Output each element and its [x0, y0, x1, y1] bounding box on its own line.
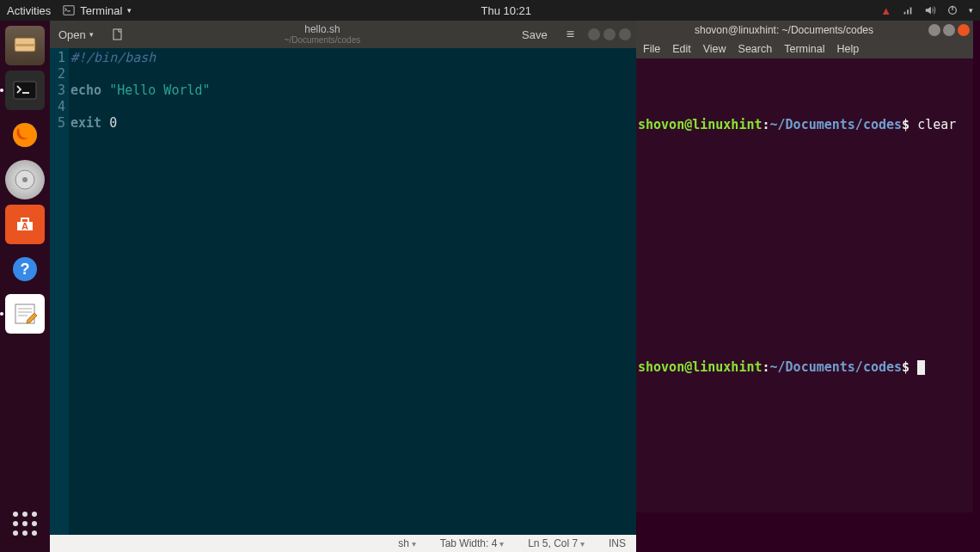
svg-rect-5 — [14, 82, 36, 99]
open-button[interactable]: Open▾ — [50, 28, 102, 41]
dock-files[interactable] — [5, 26, 45, 65]
menu-search[interactable]: Search — [738, 43, 773, 55]
minimize-button[interactable] — [588, 28, 600, 40]
new-file-button[interactable] — [102, 28, 133, 41]
gedit-window: Open▾ hello.sh ~/Documents/codes Save ≡ … — [50, 21, 636, 552]
svg-rect-16 — [113, 29, 121, 40]
svg-rect-0 — [64, 6, 74, 15]
editor-area[interactable]: 12345 #!/bin/bash echo "Hello World" exi… — [50, 48, 636, 535]
dock-firefox[interactable] — [5, 115, 45, 155]
menu-terminal[interactable]: Terminal — [784, 43, 824, 55]
menu-view[interactable]: View — [703, 43, 726, 55]
gedit-headerbar: Open▾ hello.sh ~/Documents/codes Save ≡ — [50, 21, 636, 48]
maximize-button[interactable] — [943, 24, 955, 36]
app-menu-label: Terminal — [80, 4, 122, 17]
terminal-title: shovon@linuxhint: ~/Documents/codes — [640, 24, 928, 36]
power-icon[interactable] — [946, 4, 959, 16]
terminal-titlebar: shovon@linuxhint: ~/Documents/codes — [636, 21, 973, 40]
dock-terminal[interactable] — [5, 71, 45, 110]
activities-button[interactable]: Activities — [7, 4, 51, 17]
close-button[interactable] — [619, 28, 631, 40]
volume-icon[interactable] — [924, 4, 936, 16]
svg-text:?: ? — [21, 261, 30, 278]
svg-rect-4 — [15, 44, 35, 46]
terminal-line: shovon@linuxhint:~/Documents/codes$ — [638, 359, 925, 376]
warning-icon[interactable]: ▲ — [880, 4, 891, 17]
menu-file[interactable]: File — [643, 43, 660, 55]
gedit-title: hello.sh ~/Documents/codes — [133, 24, 511, 45]
terminal-body[interactable]: shovon@linuxhint:~/Documents/codes$ clea… — [636, 58, 973, 512]
maximize-button[interactable] — [603, 28, 616, 40]
hamburger-menu[interactable]: ≡ — [558, 27, 583, 42]
clock[interactable]: Thu 10:21 — [132, 4, 880, 17]
dock-help[interactable]: ? — [5, 249, 45, 289]
dock-disks[interactable] — [5, 160, 45, 199]
chevron-down-icon[interactable]: ▾ — [969, 6, 973, 15]
terminal-line: shovon@linuxhint:~/Documents/codes$ clea… — [638, 117, 971, 133]
close-button[interactable] — [958, 24, 970, 36]
terminal-cursor — [917, 360, 925, 375]
cursor-position[interactable]: Ln 5, Col 7 — [528, 537, 585, 549]
tabwidth-selector[interactable]: Tab Width: 4 — [440, 537, 504, 549]
minimize-button[interactable] — [928, 24, 940, 36]
svg-point-8 — [22, 177, 28, 182]
dock-software[interactable]: A — [5, 205, 45, 244]
menu-edit[interactable]: Edit — [672, 43, 691, 55]
terminal-menubar: File Edit View Search Terminal Help — [636, 40, 973, 58]
app-menu[interactable]: Terminal ▾ — [63, 4, 132, 17]
terminal-window: shovon@linuxhint: ~/Documents/codes File… — [636, 21, 973, 512]
terminal-icon — [63, 4, 75, 16]
insert-mode[interactable]: INS — [609, 537, 626, 549]
save-button[interactable]: Save — [511, 28, 558, 41]
gnome-topbar: Activities Terminal ▾ Thu 10:21 ▲ ▾ — [0, 0, 980, 21]
menu-help[interactable]: Help — [836, 43, 859, 55]
svg-text:A: A — [21, 221, 28, 231]
line-gutter: 12345 — [50, 48, 69, 535]
lang-selector[interactable]: sh — [398, 537, 415, 549]
code-content[interactable]: #!/bin/bash echo "Hello World" exit 0 — [69, 48, 636, 535]
gedit-statusbar: sh Tab Width: 4 Ln 5, Col 7 INS — [50, 535, 636, 552]
dock-show-apps[interactable] — [5, 504, 45, 543]
dock: A ? — [0, 21, 50, 552]
network-icon[interactable] — [902, 4, 914, 16]
dock-gedit[interactable] — [5, 294, 45, 334]
